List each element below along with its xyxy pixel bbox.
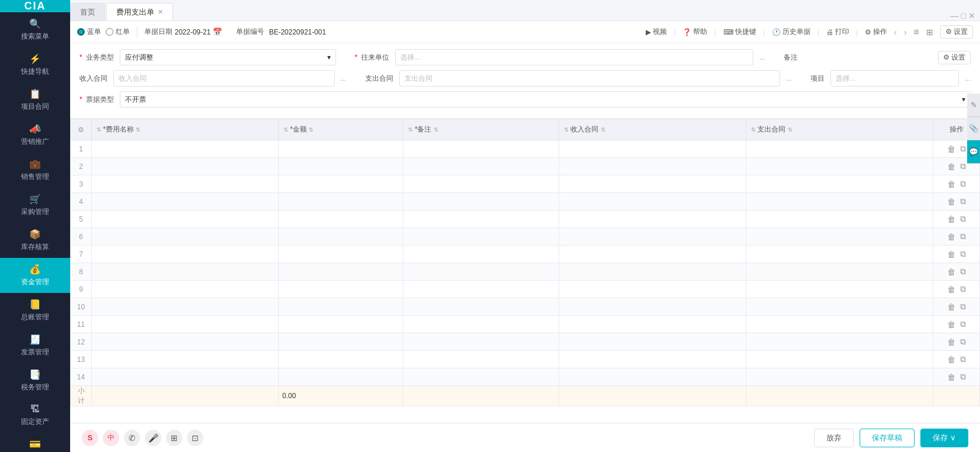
row-expense-contract[interactable]	[746, 333, 933, 351]
th-gear[interactable]: ⚙	[71, 119, 92, 140]
nav-next-btn[interactable]: ›	[904, 27, 907, 37]
row-expense-contract[interactable]	[746, 246, 933, 263]
tab-close-icon[interactable]: ✕	[158, 8, 163, 16]
th-amount[interactable]: ⇅ *金额 ⇅	[279, 119, 403, 140]
screen-icon[interactable]: ⊞	[166, 430, 182, 446]
row-delete-icon[interactable]: 🗑	[947, 267, 955, 277]
grid2-icon[interactable]: ⊡	[187, 430, 203, 446]
row-expense-name[interactable]	[92, 368, 279, 386]
row-income-contract[interactable]	[559, 281, 746, 298]
partner-ellipsis[interactable]: ...	[759, 53, 765, 61]
row-delete-icon[interactable]: 🗑	[947, 250, 955, 259]
row-amount[interactable]	[279, 316, 403, 333]
th-remark[interactable]: ⇅ *备注 ⇅	[403, 119, 559, 140]
radio-red[interactable]: 红单	[106, 27, 130, 37]
row-copy-icon[interactable]: ⧉	[960, 161, 966, 171]
row-expense-name[interactable]	[92, 228, 279, 246]
row-expense-contract[interactable]	[746, 140, 933, 158]
discard-button[interactable]: 放弃	[814, 429, 854, 447]
row-income-contract[interactable]	[559, 316, 746, 333]
row-copy-icon[interactable]: ⧉	[960, 196, 966, 206]
sidebar-item-invoice-mgmt[interactable]: 🧾 发票管理	[0, 328, 70, 363]
row-delete-icon[interactable]: 🗑	[947, 215, 955, 224]
row-remark[interactable]	[403, 211, 559, 228]
row-amount[interactable]	[279, 193, 403, 211]
row-expense-name[interactable]	[92, 263, 279, 281]
row-expense-contract[interactable]	[746, 211, 933, 228]
row-income-contract[interactable]	[559, 228, 746, 246]
history-btn[interactable]: 🕐 历史单据	[772, 27, 811, 37]
row-delete-icon[interactable]: 🗑	[947, 232, 955, 241]
row-remark[interactable]	[403, 333, 559, 351]
sidebar-item-project-contract[interactable]: 📋 项目合同	[0, 82, 70, 118]
row-expense-contract[interactable]	[746, 175, 933, 193]
window-maximize-btn[interactable]: □	[961, 11, 966, 20]
row-delete-icon[interactable]: 🗑	[947, 372, 955, 382]
row-delete-icon[interactable]: 🗑	[947, 320, 955, 329]
row-delete-icon[interactable]: 🗑	[947, 285, 955, 294]
row-income-contract[interactable]	[559, 211, 746, 228]
row-remark[interactable]	[403, 175, 559, 193]
calendar-icon[interactable]: 📅	[213, 27, 222, 36]
th-expense-contract[interactable]: ⇅ 支出合同 ⇅	[746, 119, 933, 140]
row-amount[interactable]	[279, 228, 403, 246]
row-delete-icon[interactable]: 🗑	[947, 355, 955, 364]
row-copy-icon[interactable]: ⧉	[960, 354, 966, 364]
row-copy-icon[interactable]: ⧉	[960, 267, 966, 277]
row-delete-icon[interactable]: 🗑	[947, 302, 955, 312]
sidebar-item-tax-mgmt[interactable]: 📑 税务管理	[0, 363, 70, 398]
th-expense-name[interactable]: ⇅ *费用名称 ⇅	[92, 119, 279, 140]
sidebar-item-search-menu[interactable]: 🔍 搜索菜单	[0, 12, 70, 47]
print-btn[interactable]: 🖨 打印	[826, 27, 849, 37]
row-copy-icon[interactable]: ⧉	[960, 214, 966, 224]
row-copy-icon[interactable]: ⧉	[960, 284, 966, 294]
row-income-contract[interactable]	[559, 175, 746, 193]
row-remark[interactable]	[403, 228, 559, 246]
row-remark[interactable]	[403, 281, 559, 298]
radio-red-input[interactable]	[106, 28, 113, 36]
clip-sticky-icon[interactable]: 📎	[967, 117, 980, 140]
sidebar-item-capital-mgmt[interactable]: 💰 资金管理	[0, 258, 70, 293]
income-contract-ellipsis[interactable]: ...	[341, 74, 347, 82]
row-remark[interactable]	[403, 140, 559, 158]
row-amount[interactable]	[279, 351, 403, 368]
settings-button[interactable]: ⚙ 设置	[940, 25, 973, 39]
row-amount[interactable]	[279, 298, 403, 316]
row-expense-contract[interactable]	[746, 228, 933, 246]
window-close-btn[interactable]: ✕	[968, 11, 975, 20]
row-copy-icon[interactable]: ⧉	[960, 319, 966, 329]
row-expense-contract[interactable]	[746, 263, 933, 281]
row-remark[interactable]	[403, 263, 559, 281]
row-amount[interactable]	[279, 158, 403, 175]
row-expense-contract[interactable]	[746, 351, 933, 368]
row-expense-contract[interactable]	[746, 298, 933, 316]
tab-expense-bill[interactable]: 费用支出单 ✕	[106, 3, 173, 20]
row-copy-icon[interactable]: ⧉	[960, 249, 966, 259]
edit-sticky-icon[interactable]: ✎	[967, 94, 980, 117]
row-remark[interactable]	[403, 298, 559, 316]
row-delete-icon[interactable]: 🗑	[947, 197, 955, 206]
row-remark[interactable]	[403, 193, 559, 211]
row-expense-name[interactable]	[92, 316, 279, 333]
project-ellipsis[interactable]: ...	[965, 74, 971, 82]
row-expense-name[interactable]	[92, 351, 279, 368]
row-expense-contract[interactable]	[746, 316, 933, 333]
save-button[interactable]: 保存 ∨	[920, 429, 968, 447]
sidebar-item-fixed-assets[interactable]: 🏗 固定资产	[0, 398, 70, 433]
th-income-contract[interactable]: ⇅ 收入合同 ⇅	[559, 119, 746, 140]
sidebar-item-sales-mgmt[interactable]: 💼 销售管理	[0, 153, 70, 188]
row-income-contract[interactable]	[559, 351, 746, 368]
row-remark[interactable]	[403, 246, 559, 263]
row-expense-name[interactable]	[92, 333, 279, 351]
s-brand-icon[interactable]: S	[82, 430, 98, 446]
expense-contract-input[interactable]	[399, 70, 780, 87]
row-delete-icon[interactable]: 🗑	[947, 180, 955, 189]
row-delete-icon[interactable]: 🗑	[947, 144, 955, 154]
row-delete-icon[interactable]: 🗑	[947, 337, 955, 347]
sidebar-item-ledger-mgmt[interactable]: 📒 总账管理	[0, 293, 70, 328]
row-expense-name[interactable]	[92, 193, 279, 211]
sidebar-item-quick-nav[interactable]: ⚡ 快捷导航	[0, 47, 70, 82]
row-income-contract[interactable]	[559, 263, 746, 281]
row-amount[interactable]	[279, 333, 403, 351]
sidebar-item-inventory[interactable]: 📦 库存核算	[0, 223, 70, 258]
